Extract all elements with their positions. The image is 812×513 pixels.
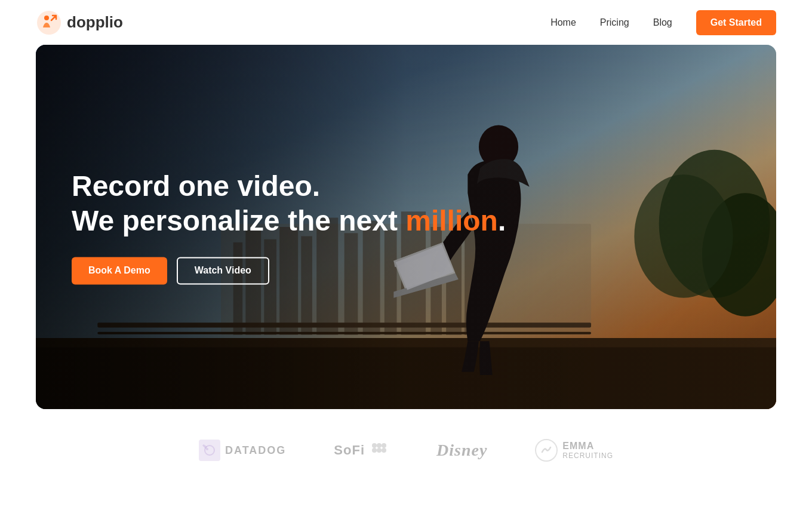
svg-point-29 bbox=[372, 443, 377, 448]
nav-home[interactable]: Home bbox=[550, 17, 576, 28]
svg-point-21 bbox=[479, 125, 518, 168]
datadog-logo: DATADOG bbox=[199, 440, 286, 461]
svg-point-28 bbox=[206, 448, 208, 450]
svg-point-33 bbox=[377, 448, 382, 453]
svg-rect-17 bbox=[36, 341, 776, 409]
nav-links: Home Pricing Blog Get Started bbox=[550, 10, 776, 35]
svg-rect-20 bbox=[97, 332, 591, 334]
logo-text: dopplio bbox=[67, 13, 123, 32]
hero-buttons: Book A Demo Watch Video bbox=[72, 257, 506, 285]
svg-point-0 bbox=[37, 11, 61, 35]
hero-content: Record one video. We personalize the nex… bbox=[72, 169, 506, 284]
emma-label-line2: RECRUITING bbox=[562, 451, 613, 460]
sofi-icon bbox=[370, 441, 389, 460]
navbar: dopplio Home Pricing Blog Get Started bbox=[0, 0, 812, 45]
svg-rect-26 bbox=[199, 440, 220, 461]
emma-label-line1: EMMA bbox=[562, 441, 613, 451]
get-started-button[interactable]: Get Started bbox=[696, 10, 776, 35]
sofi-label: SoFi bbox=[334, 443, 365, 458]
nav-blog[interactable]: Blog bbox=[653, 17, 672, 28]
svg-rect-18 bbox=[36, 338, 776, 348]
svg-point-34 bbox=[382, 448, 386, 453]
hero-title-suffix: . bbox=[498, 205, 506, 236]
book-demo-button[interactable]: Book A Demo bbox=[72, 257, 167, 285]
datadog-label: DATADOG bbox=[225, 444, 286, 457]
sofi-logo: SoFi bbox=[334, 441, 389, 460]
emma-text: EMMA RECRUITING bbox=[562, 441, 613, 460]
svg-rect-19 bbox=[97, 322, 591, 327]
svg-point-1 bbox=[44, 16, 49, 20]
svg-point-30 bbox=[377, 443, 382, 448]
svg-point-31 bbox=[382, 443, 386, 448]
logo-icon bbox=[36, 10, 62, 36]
hero-title: Record one video. We personalize the nex… bbox=[72, 169, 506, 238]
svg-point-23 bbox=[659, 150, 770, 298]
hero-title-line2: We personalize the next million. bbox=[72, 204, 506, 238]
watch-video-button[interactable]: Watch Video bbox=[177, 257, 269, 285]
logos-section: DATADOG SoFi Disney EMMA RECRUITING bbox=[0, 409, 812, 492]
emma-icon bbox=[535, 439, 558, 462]
hero-title-prefix: We personalize the next bbox=[72, 205, 405, 236]
svg-point-24 bbox=[702, 193, 776, 317]
emma-logo: EMMA RECRUITING bbox=[535, 439, 613, 462]
datadog-icon bbox=[199, 440, 220, 461]
disney-label: Disney bbox=[436, 441, 487, 460]
hero-title-line1: Record one video. bbox=[72, 170, 320, 202]
svg-point-25 bbox=[634, 174, 733, 298]
disney-logo: Disney bbox=[436, 441, 487, 460]
hero-section: Record one video. We personalize the nex… bbox=[36, 45, 776, 409]
logo[interactable]: dopplio bbox=[36, 10, 123, 36]
svg-point-32 bbox=[372, 448, 377, 453]
nav-pricing[interactable]: Pricing bbox=[600, 17, 629, 28]
hero-title-accent: million bbox=[405, 205, 498, 236]
